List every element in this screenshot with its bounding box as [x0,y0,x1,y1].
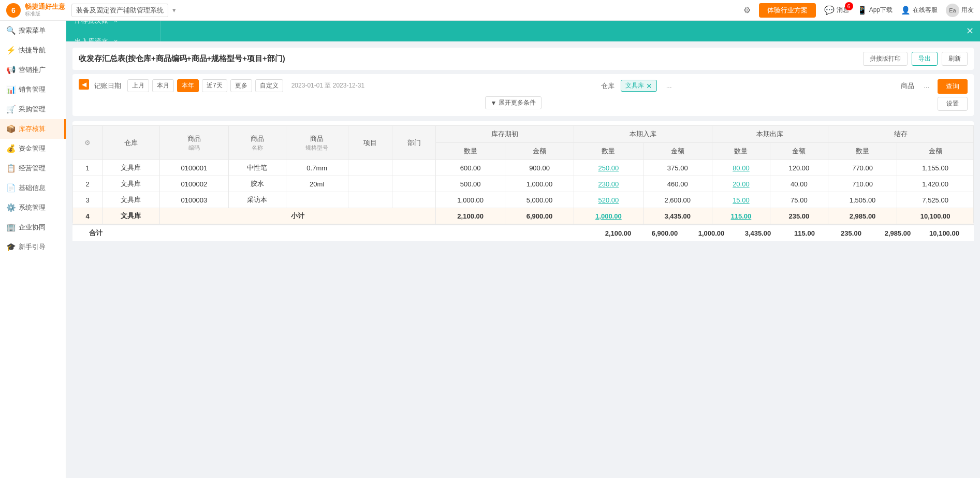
date-btn-7days[interactable]: 近7天 [202,79,227,92]
sidebar-item-marketing[interactable]: 📢营销推广 [0,60,66,80]
sidebar: 🔍搜索菜单⚡快捷导航📢营销推广📊销售管理🛒采购管理📦库存核算💰资金管理📋经营管理… [0,21,66,478]
settings-icon[interactable]: ⚙ [743,5,751,15]
sidebar-item-inventory[interactable]: 📦库存核算 [0,119,66,139]
print-button[interactable]: 拼接版打印 [863,52,908,66]
sidebar-item-system[interactable]: ⚙️系统管理 [0,198,66,218]
sidebar-icon-search: 🔍 [6,26,16,35]
toolbar-actions: 拼接版打印 导出 刷新 [863,52,968,66]
cell-closing-amt: 1,420.00 [897,176,974,192]
main-area: 🔍搜索菜单⚡快捷导航📢营销推广📊销售管理🛒采购管理📦库存核算💰资金管理📋经营管理… [0,21,980,478]
cell-in-qty[interactable]: 230.00 [574,176,643,192]
sidebar-label-marketing: 营销推广 [19,65,46,75]
sidebar-label-operation: 经营管理 [19,164,46,173]
th-gear[interactable]: ⚙ [73,126,103,160]
user-label: 用友 [961,6,974,15]
cell-closing-amt: 7,525.00 [897,192,974,208]
sidebar-item-operation[interactable]: 📋经营管理 [0,158,66,178]
service-item[interactable]: 👤 在线客服 [901,6,938,15]
cell-out-qty[interactable]: 115.00 [712,208,770,224]
cell-in-amt: 3,435.00 [643,208,712,224]
cell-warehouse: 文具库 [103,176,159,192]
th-out-qty: 数量 [712,143,770,160]
sidebar-item-quick[interactable]: ⚡快捷导航 [0,40,66,60]
tab-bar: 首页现存量（库存分布表）✕库存批次账✕出入库流水✕出入库汇总✕收发存汇总表✕ ✕ [66,21,980,41]
sidebar-label-enterprise: 企业协同 [19,223,46,232]
cell-in-qty[interactable]: 250.00 [574,160,643,176]
filter-main: 记账日期 上月 本月 本年 近7天 更多 自定义 2023-01-01 至 20… [94,79,932,109]
cell-index: 4 [73,208,103,224]
cell-in-qty[interactable]: 520.00 [574,192,643,208]
th-in-amt: 金额 [643,143,712,160]
close-all-icon[interactable]: ✕ [966,25,980,37]
cell-name: 中性笔 [229,160,286,176]
cell-project [348,192,392,208]
tab-close-batch[interactable]: ✕ [113,21,118,24]
product-dots[interactable]: ... [920,81,932,91]
date-btn-this-year[interactable]: 本年 [177,79,199,92]
query-button[interactable]: 查询 [938,79,968,94]
th-opening-qty: 数量 [436,143,505,160]
expand-button[interactable]: ▼ 展开更多条件 [485,96,542,109]
date-btn-this-month[interactable]: 本月 [152,79,174,92]
sidebar-icon-finance: 💰 [6,144,16,153]
th-out-amt: 金额 [770,143,828,160]
cell-closing-amt: 1,155.00 [897,160,974,176]
table-row: 4 文具库 小计 2,100.00 6,900.00 1,000.00 3,43… [73,208,974,224]
date-btn-more[interactable]: 更多 [230,79,252,92]
th-closing-qty: 数量 [828,143,897,160]
settings-button[interactable]: 设置 [938,97,968,111]
message-item[interactable]: 💬 消息 6 [824,5,849,15]
cell-out-qty[interactable]: 20.00 [712,176,770,192]
cell-out-qty[interactable]: 80.00 [712,160,770,176]
sidebar-item-basic[interactable]: 📄基础信息 [0,178,66,198]
date-btn-prev-month[interactable]: 上月 [127,79,149,92]
warehouse-dots[interactable]: ... [663,81,675,91]
th-group-in: 本期入库 [574,126,712,143]
expand-row: ▼ 展开更多条件 [94,96,932,109]
sidebar-icon-quick: ⚡ [6,46,16,55]
cell-index: 1 [73,160,103,176]
sidebar-icon-guide: 🎓 [6,242,16,252]
tab-batch[interactable]: 库存批次账✕ [66,21,160,31]
logo-text-block: 畅捷通好生意 标准版 [25,3,65,18]
trial-button[interactable]: 体验行业方案 [759,3,816,18]
date-range: 2023-01-01 至 2023-12-31 [291,81,364,90]
gear-icon[interactable]: ⚙ [84,139,91,147]
logo-sub: 标准版 [25,10,65,18]
cell-closing-qty: 2,985.00 [828,208,897,224]
sidebar-label-inventory: 库存核算 [19,124,46,134]
sidebar-item-sales[interactable]: 📊销售管理 [0,80,66,99]
cell-subtotal-label: 小计 [159,208,436,224]
th-spec: 商品规格型号 [286,126,348,160]
cell-out-qty[interactable]: 15.00 [712,192,770,208]
cell-project [348,160,392,176]
th-project: 项目 [348,126,392,160]
sidebar-item-enterprise[interactable]: 🏢企业协同 [0,218,66,237]
date-btn-custom[interactable]: 自定义 [255,79,283,92]
sidebar-item-guide[interactable]: 🎓新手引导 [0,237,66,257]
cell-in-qty[interactable]: 1,000.00 [574,208,643,224]
cell-opening-amt: 6,900.00 [505,208,574,224]
th-name: 商品名称 [229,126,286,160]
sidebar-item-finance[interactable]: 💰资金管理 [0,139,66,158]
page-title: 收发存汇总表(按仓库+商品编码+商品+规格型号+项目+部门) [79,54,285,64]
cell-dept [392,176,436,192]
sidebar-item-search[interactable]: 🔍搜索菜单 [0,21,66,40]
sidebar-label-guide: 新手引导 [19,242,46,252]
warehouse-remove-icon[interactable]: ✕ [646,82,652,90]
th-opening-amt: 金额 [505,143,574,160]
cell-code: 0100003 [159,192,228,208]
app-download-item[interactable]: 📱 App下载 [857,6,893,15]
export-button[interactable]: 导出 [912,52,938,66]
app-label: App下载 [869,6,893,15]
refresh-button[interactable]: 刷新 [942,52,968,66]
user-item[interactable]: Ea 用友 [946,4,974,17]
total-opening-amt: 6,900.00 [641,229,688,237]
sidebar-icon-marketing: 📢 [6,65,16,75]
query-sidebar: 查询 设置 [938,79,968,111]
sidebar-item-purchase[interactable]: 🛒采购管理 [0,99,66,119]
cell-opening-amt: 1,000.00 [505,176,574,192]
system-dropdown-icon[interactable]: ▾ [172,6,176,14]
collapse-arrow[interactable]: ◀ [79,79,89,90]
total-label: 合计 [79,228,120,238]
